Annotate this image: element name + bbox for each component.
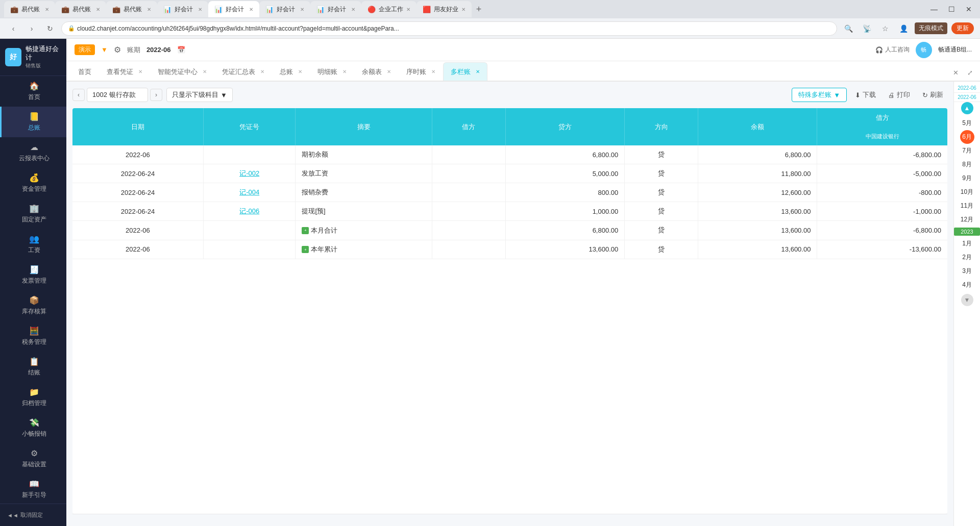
tab-close-6[interactable]: ✕ [300,7,304,12]
scroll-down-button[interactable]: ▼ [961,294,973,306]
month-item-2023-3[interactable]: 3月 [954,264,980,278]
month-item-6[interactable]: 6月 [960,130,974,144]
tab-smart-voucher-close[interactable]: ✕ [203,69,207,74]
prev-account-button[interactable]: ‹ [72,89,85,101]
month-item-10[interactable]: 10月 [954,185,980,199]
month-item-9[interactable]: 9月 [954,171,980,185]
print-button[interactable]: 🖨 打印 [884,88,914,102]
account-name: 银行存款 [109,91,136,98]
update-button[interactable]: 更新 [951,22,974,34]
tab-close-7[interactable]: ✕ [351,7,355,12]
browser-tab-1[interactable]: 💼 易代账 ✕ [4,1,55,17]
bookmark-icon[interactable]: ☆ [878,21,892,36]
month-item-2023-4[interactable]: 4月 [954,278,980,292]
year-period-label-2: 2022-06 [954,93,980,102]
refresh-button[interactable]: ↻ 刷新 [918,88,947,102]
tab-close-9[interactable]: ✕ [461,7,465,12]
month-item-11[interactable]: 11月 [954,199,980,213]
collapse-tabs-icon[interactable]: ✕ [949,66,962,79]
tab-balance[interactable]: 余额表 ✕ [354,62,399,81]
tab-close-3[interactable]: ✕ [147,7,151,12]
tab-multi-column[interactable]: 多栏账 ✕ [443,62,487,81]
tab-voucher-summary[interactable]: 凭证汇总表 ✕ [214,62,272,81]
sidebar-item-guide[interactable]: 📖 新手引导 [0,474,66,504]
unpin-button[interactable]: ◄◄ 取消固定 [4,508,62,522]
calendar-icon[interactable]: 📅 [177,46,185,54]
browser-tab-9[interactable]: 🟥 用友好业 ✕ [416,1,472,17]
tab-close-5[interactable]: ✕ [249,7,253,12]
maximize-button[interactable]: ☐ [944,2,959,16]
tab-detail-ledger[interactable]: 明细账 ✕ [310,62,354,81]
sidebar-item-archive[interactable]: 📁 归档管理 [0,382,66,413]
filter-button[interactable]: 只显示下级科目 ▼ [166,88,233,102]
tab-smart-voucher[interactable]: 智能凭证中心 ✕ [150,62,214,81]
month-item-2023-2[interactable]: 2月 [954,251,980,264]
sidebar-item-home[interactable]: 🏠 首页 [0,76,66,107]
month-item-12[interactable]: 12月 [954,213,980,227]
minimize-button[interactable]: — [927,2,941,16]
special-column-button[interactable]: 特殊多栏账 ▼ [792,88,847,102]
tab-multi-column-close[interactable]: ✕ [476,69,480,74]
wuhen-mode-button[interactable]: 无痕模式 [915,22,947,34]
tab-sequence-ledger-close[interactable]: ✕ [431,69,435,74]
tab-voucher-summary-close[interactable]: ✕ [260,69,264,74]
sidebar-item-settings[interactable]: ⚙ 基础设置 [0,443,66,474]
tab-view-voucher[interactable]: 查看凭证 ✕ [99,62,150,81]
tab-general-ledger-close[interactable]: ✕ [298,69,302,74]
sidebar-item-fund[interactable]: 💰 资金管理 [0,168,66,198]
new-tab-button[interactable]: + [472,2,486,16]
horizontal-scrollbar[interactable] [72,514,947,520]
browser-tab-7[interactable]: 📊 好会计 ✕ [310,1,361,17]
month-item-2023-1[interactable]: 1月 [954,237,980,251]
cell-bank-debit: -800.00 [817,183,947,202]
profile-icon[interactable]: 👤 [896,21,911,36]
col-header-debit: 借方 [432,108,506,145]
browser-tab-6[interactable]: 📊 好会计 ✕ [259,1,310,17]
month-item-7[interactable]: 7月 [954,144,980,158]
sidebar-item-inventory[interactable]: 📦 库存核算 [0,290,66,321]
expand-tabs-icon[interactable]: ⤢ [964,66,976,79]
tab-close-2[interactable]: ✕ [96,7,100,12]
reload-button[interactable]: ↻ [43,21,57,36]
cell-voucher[interactable]: 记-006 [203,202,295,221]
tab-close-1[interactable]: ✕ [45,7,49,12]
sidebar-item-tax[interactable]: 🧮 税务管理 [0,321,66,352]
browser-tab-2[interactable]: 💼 易代账 ✕ [55,1,106,17]
url-input[interactable]: 🔒 cloud2.chanjet.com/accounting/uh26t264… [61,21,837,36]
next-account-button[interactable]: › [150,89,162,101]
consultant-button[interactable]: 🎧 人工咨询 [875,45,910,54]
sidebar-item-cloud-report[interactable]: ☁ 云报表中心 [0,137,66,168]
sidebar-item-ledger[interactable]: 📒 总账 [0,107,66,137]
tab-view-voucher-close[interactable]: ✕ [138,69,142,74]
month-item-8[interactable]: 8月 [954,158,980,171]
sidebar-item-fixed-assets[interactable]: 🏢 固定资产 [0,198,66,229]
tab-detail-ledger-close[interactable]: ✕ [342,69,347,74]
cell-bank-debit: -5,000.00 [817,164,947,183]
sidebar-item-expense[interactable]: 💸 小畅报销 [0,413,66,443]
browser-tab-3[interactable]: 💼 易代账 ✕ [106,1,157,17]
forward-button[interactable]: › [24,21,39,36]
tab-close-8[interactable]: ✕ [406,7,410,12]
tab-home[interactable]: 首页 [70,62,99,81]
download-button[interactable]: ⬇ 下载 [851,88,880,102]
scroll-up-button[interactable]: ▲ [961,102,973,114]
cell-voucher[interactable]: 记-004 [203,183,295,202]
settings-icon[interactable]: ⚙ [114,45,121,55]
tab-balance-close[interactable]: ✕ [387,69,391,74]
demo-dropdown-icon[interactable]: ▼ [101,46,108,54]
tab-close-4[interactable]: ✕ [198,7,202,12]
tab-general-ledger[interactable]: 总账 ✕ [272,62,310,81]
back-button[interactable]: ‹ [6,21,20,36]
cast-icon[interactable]: 📡 [860,21,874,36]
browser-tab-8[interactable]: 🔴 企业工作 ✕ [361,1,416,17]
search-icon[interactable]: 🔍 [841,21,855,36]
sidebar-item-invoice[interactable]: 🧾 发票管理 [0,260,66,290]
sidebar-item-salary[interactable]: 👥 工资 [0,229,66,260]
month-item-5[interactable]: 5月 [954,116,980,130]
cell-voucher[interactable]: 记-002 [203,164,295,183]
sidebar-item-close[interactable]: 📋 结账 [0,352,66,382]
browser-tab-4[interactable]: 📊 好会计 ✕ [157,1,208,17]
tab-sequence-ledger[interactable]: 序时账 ✕ [399,62,443,81]
browser-tab-5[interactable]: 📊 好会计 ✕ [208,1,259,17]
close-button[interactable]: ✕ [962,2,976,16]
